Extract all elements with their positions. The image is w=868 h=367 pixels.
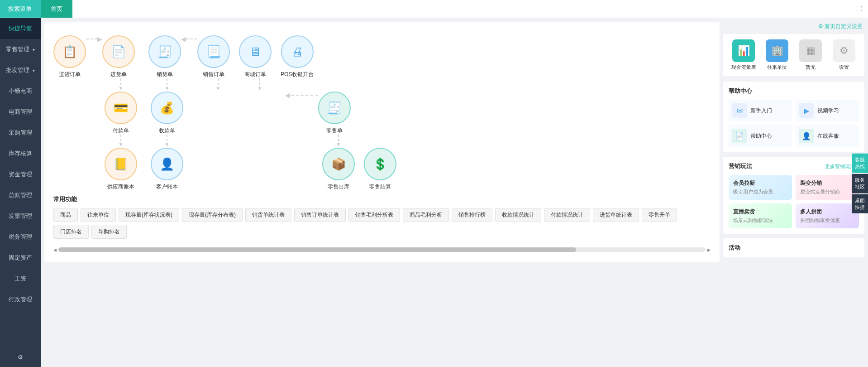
func-btn-store-rank[interactable]: 门店排名 (53, 225, 89, 239)
func-btn-stock2[interactable]: 现存量(库存分布表) (182, 208, 243, 222)
member-sub: 吸引用户成为会员 (733, 188, 787, 195)
marketing-live[interactable]: 直播卖货 场景式购物新玩法 (729, 203, 792, 228)
sidebar-item-ledger[interactable]: 总账管理 (0, 185, 41, 206)
help-section: 帮助中心 ✉ 新手入门 ▶ 视频学习 📄 帮助中心 👤 (723, 82, 864, 152)
pos-icon: 🖨 (281, 35, 314, 68)
sidebar-item-retail[interactable]: 零售管理 ▾ (0, 39, 41, 60)
quick-icon-none[interactable]: ▦ 暂无 (796, 39, 825, 71)
help-item-help[interactable]: 📄 帮助中心 (729, 125, 792, 147)
marketing-group[interactable]: 多人拼团 拼团购物享受优惠 (796, 203, 859, 228)
receipt-label: 收款单 (159, 127, 175, 135)
marketing-section: 营销玩法 更多营销玩法 > 会员拉新 吸引用户成为会员 裂变分销 裂变式发展分销… (723, 157, 864, 234)
func-btn-sales-order-stat[interactable]: 销售订单统计表 (294, 208, 346, 222)
marketing-fission[interactable]: 裂变分销 裂变式发展分销商 (796, 175, 859, 200)
func-btn-stock1[interactable]: 现存量(库存状况表) (119, 208, 179, 222)
func-btn-sales-margin[interactable]: 销售毛利分析表 (348, 208, 400, 222)
sidebar-gear-icon[interactable]: ⚙ (0, 348, 41, 367)
flow-node-retail-settlement[interactable]: 💲 零售结算 (364, 148, 396, 191)
sidebar-item-payroll[interactable]: 工资 (0, 268, 41, 289)
flow-node-pos[interactable]: 🖨 POS收银开台 (281, 35, 314, 78)
quick-nav-card: 📋 进货订单 ▶ 📄 进货单 (44, 22, 720, 262)
flow-node-sales-order[interactable]: 📃 销售订单 (197, 35, 230, 78)
sidebar-item-more[interactable]: 行政管理 (0, 289, 41, 310)
video-label: 视频学习 (817, 107, 839, 115)
scroll-left-arrow[interactable]: ◂ (53, 246, 57, 253)
none-icon-box: ▦ (799, 39, 822, 62)
float-btn-desktop[interactable]: 桌面快捷 (852, 194, 868, 213)
func-btn-sales-stat[interactable]: 销货单统计表 (245, 208, 291, 222)
cashflow-icon-label: 现金流量表 (731, 64, 756, 71)
flow-node-supplier[interactable]: 📒 供应商账本 (105, 148, 137, 191)
main-panel: 📋 进货订单 ▶ 📄 进货单 (41, 18, 723, 367)
home-tab[interactable]: 首页 (41, 0, 72, 18)
payment-icon: 💳 (105, 92, 137, 124)
scroll-bar[interactable] (58, 247, 706, 252)
quick-icon-cashflow[interactable]: 📊 现金流量表 (729, 39, 758, 71)
member-title: 会员拉新 (733, 179, 787, 187)
retail-settlement-icon: 💲 (364, 148, 396, 180)
sales-bill-icon: 🧾 (148, 35, 181, 68)
func-btn-sales-rank[interactable]: 销售排行榜 (452, 208, 492, 222)
purchase-order-icon: 📋 (53, 35, 86, 68)
help-grid: ✉ 新手入门 ▶ 视频学习 📄 帮助中心 👤 在线客服 (729, 100, 859, 147)
payment-label: 付款单 (113, 127, 129, 135)
float-btn-service[interactable]: 客服热线 (852, 154, 868, 173)
sidebar-item-purchase[interactable]: 采购管理 (0, 122, 41, 143)
sidebar-item-invoice[interactable]: 发票管理 (0, 206, 41, 227)
func-btn-purchase-stat[interactable]: 进货单统计表 (593, 208, 639, 222)
purchase-bill-icon: 📄 (102, 35, 135, 68)
customer-label: 客户账本 (156, 183, 178, 191)
retail-outbound-label: 零售出库 (328, 183, 349, 191)
sidebar-item-finance[interactable]: 资金管理 (0, 164, 41, 185)
sidebar-item-inventory[interactable]: 库存核算 (0, 143, 41, 164)
customize-header[interactable]: ⚙ 首页自定义设置 (723, 22, 864, 34)
expand-icon[interactable]: ⛶ (854, 5, 863, 14)
sidebar-item-ecommerce-small[interactable]: 小畅电商 (0, 81, 41, 101)
float-btn-community[interactable]: 服务社区 (852, 174, 868, 193)
search-menu-button[interactable]: 搜索菜单 (0, 0, 41, 18)
scroll-right-arrow[interactable]: ▸ (707, 246, 711, 253)
flow-node-purchase-bill[interactable]: 📄 进货单 (102, 35, 135, 78)
retail-order-label: 零售单 (326, 127, 343, 135)
func-btn-retail-order[interactable]: 零售开单 (642, 208, 677, 222)
none-icon-label: 暂无 (806, 64, 816, 71)
marketing-member[interactable]: 会员拉新 吸引用户成为会员 (729, 175, 792, 200)
main-layout: 快捷导航 零售管理 ▾ 批发管理 ▾ 小畅电商 电商管理 采购管理 库存核算 资… (0, 18, 868, 367)
help-item-online[interactable]: 👤 在线客服 (796, 125, 859, 147)
flow-node-mall-order[interactable]: 🖥 商城订单 (239, 35, 272, 78)
sales-order-label: 销售订单 (203, 71, 224, 78)
scroll-row: ◂ ▸ (53, 243, 711, 253)
quick-icon-units[interactable]: 🏢 往来单位 (762, 39, 792, 71)
flow-node-customer[interactable]: 👤 客户账本 (151, 148, 183, 191)
help-icon: 📄 (732, 129, 747, 143)
sidebar-item-wholesale[interactable]: 批发管理 ▾ (0, 60, 41, 81)
live-title: 直播卖货 (733, 208, 787, 216)
func-btn-goods-margin[interactable]: 商品毛利分析 (403, 208, 449, 222)
func-btn-goods[interactable]: 商品 (53, 208, 78, 222)
supplier-label: 供应商账本 (107, 183, 134, 191)
func-btn-units[interactable]: 往来单位 (81, 208, 116, 222)
flow-node-sales-bill[interactable]: 🧾 销货单 (148, 35, 181, 78)
flow-node-retail-order[interactable]: 🧾 零售单 (318, 92, 351, 135)
marketing-title: 营销玩法 (729, 162, 752, 170)
sidebar-item-assets[interactable]: 固定资产 (0, 247, 41, 268)
right-panel: ⚙ 首页自定义设置 📊 现金流量表 🏢 往来单位 ▦ 暂无 ⚙ (723, 18, 868, 367)
flow-node-receipt[interactable]: 💰 收款单 (151, 92, 183, 135)
settings-icon-label: 设置 (839, 64, 849, 71)
flow-node-payment[interactable]: 💳 付款单 (105, 92, 137, 135)
flow-node-purchase-order[interactable]: 📋 进货订单 (53, 35, 86, 78)
activity-title: 活动 (729, 244, 859, 252)
func-btn-payment-stat[interactable]: 付款情况统计 (544, 208, 590, 222)
help-item-beginner[interactable]: ✉ 新手入门 (729, 100, 792, 121)
group-sub: 拼团购物享受优惠 (800, 217, 854, 224)
sidebar-item-quick-nav[interactable]: 快捷导航 (0, 18, 41, 39)
right-float-buttons: 客服热线 服务社区 桌面快捷 (852, 154, 868, 213)
func-btn-receipt-stat[interactable]: 收款情况统计 (495, 208, 541, 222)
quick-icon-settings[interactable]: ⚙ 设置 (829, 39, 859, 71)
flow-node-retail-outbound[interactable]: 📦 零售出库 (322, 148, 355, 191)
sidebar-item-ecommerce[interactable]: 电商管理 (0, 101, 41, 122)
sidebar-item-tax[interactable]: 税务管理 (0, 227, 41, 247)
mall-order-label: 商城订单 (244, 71, 266, 78)
help-item-video[interactable]: ▶ 视频学习 (796, 100, 859, 121)
func-btn-guide-rank[interactable]: 导购排名 (91, 225, 127, 239)
